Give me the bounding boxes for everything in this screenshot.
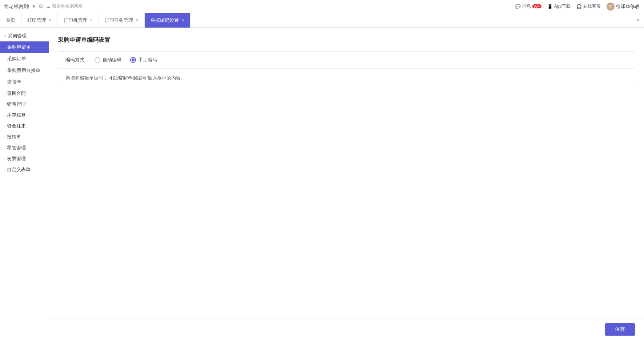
coding-section: 编码方式 自动编码 手工编码 新增和编辑单据时，可以编辑'单据编号'输入框中的内… (58, 51, 635, 88)
sidebar-group-contract-header[interactable]: › 项目合同 (0, 88, 49, 99)
radio-group: 自动编码 手工编码 (95, 57, 157, 63)
sidebar-group-fund-header[interactable]: › 资金往来 (0, 121, 49, 131)
tab-printer-mgmt-close[interactable]: × (90, 18, 93, 23)
sidebar-item-purchase-request[interactable]: 采购申请单 (0, 41, 49, 53)
sidebar-group-custom-label: 自定义表单 (7, 166, 31, 173)
tab-printer-mgmt[interactable]: 打印机管理 × (58, 13, 99, 28)
tab-print-mgmt-close[interactable]: × (49, 18, 52, 23)
sidebar-group-expense: › 报销单 (0, 131, 49, 142)
sidebar-group-retail: › 零售管理 (0, 142, 49, 153)
tab-bar: 首页 打印管理 × 打印机管理 × 打印任务管理 × 单据编码设置 × × (0, 13, 644, 28)
sidebar-group-purchase: ▾ 采购管理 采购申请单 采购订单 采购费用分摊单 进货单 (0, 31, 49, 88)
user-profile[interactable]: 徐 徐泽华修改 (607, 3, 640, 11)
chevron-down-icon: ▾ (4, 34, 6, 38)
sidebar-group-sales-header[interactable]: › 销售管理 (0, 99, 49, 110)
coding-row: 编码方式 自动编码 手工编码 (58, 52, 635, 69)
message-button[interactable]: 💬 消息 99+ (515, 3, 541, 9)
sidebar-group-invoice-header[interactable]: › 发票管理 (0, 153, 49, 164)
message-icon: 💬 (515, 4, 521, 9)
radio-manual-code[interactable]: 手工编码 (130, 57, 157, 63)
sidebar-item-purchase-order[interactable]: 采购订单 (0, 53, 49, 65)
main-close-button[interactable]: × (632, 13, 644, 28)
page-title: 采购申请单编码设置 (58, 36, 635, 44)
footer-bar: 保存 (49, 319, 644, 340)
tab-barcode-setting[interactable]: 单据编码设置 × (145, 13, 191, 28)
sidebar-group-custom: › 自定义表单 (0, 164, 49, 175)
settings-icon[interactable]: ⚙ (38, 3, 43, 10)
content-area: 采购申请单编码设置 编码方式 自动编码 手工编码 (49, 28, 644, 340)
sidebar-group-retail-header[interactable]: › 零售管理 (0, 142, 49, 153)
search-text: 我要看实例演示 (52, 3, 83, 9)
sidebar-group-expense-label: 报销单 (7, 134, 21, 140)
sidebar-group-retail-label: 零售管理 (7, 145, 26, 151)
radio-auto-code[interactable]: 自动编码 (95, 57, 121, 63)
sidebar-group-contract-label: 项目合同 (7, 90, 26, 97)
message-label: 消息 (522, 3, 531, 9)
app-download-label: App下载 (554, 3, 571, 9)
message-badge: 99+ (532, 4, 541, 8)
auto-code-label: 自动编码 (103, 57, 121, 63)
app-download-button[interactable]: 📱 App下载 (547, 3, 571, 9)
user-name: 徐泽华修改 (616, 3, 640, 10)
tab-print-task-close[interactable]: × (136, 18, 139, 23)
sidebar-group-expense-header[interactable]: › 报销单 (0, 131, 49, 142)
sidebar-group-sales: › 销售管理 (0, 99, 49, 110)
avatar: 徐 (607, 3, 615, 11)
sidebar-group-inventory: › 库存核算 (0, 110, 49, 121)
chevron-right-icon2: › (4, 102, 5, 106)
tab-print-task[interactable]: 打印任务管理 × (99, 13, 145, 28)
sidebar-group-fund-label: 资金往来 (7, 123, 26, 129)
coding-label: 编码方式 (65, 57, 95, 63)
headset-icon: 🎧 (576, 4, 582, 9)
main-layout: ▾ 采购管理 采购申请单 采购订单 采购费用分摊单 进货单 › 项目合同 (0, 28, 644, 340)
download-icon: 📱 (547, 4, 553, 9)
tab-print-mgmt-label: 打印管理 (27, 17, 46, 24)
tab-barcode-setting-close[interactable]: × (182, 18, 184, 23)
tab-print-mgmt[interactable]: 打印管理 × (21, 13, 58, 28)
top-bar-right: 💬 消息 99+ 📱 App下载 🎧 在线客服 徐 徐泽华修改 (515, 3, 640, 11)
sidebar-group-inventory-label: 库存核算 (7, 112, 26, 118)
chevron-right-icon4: › (4, 124, 5, 128)
tab-home-label: 首页 (6, 17, 15, 24)
sidebar-item-purchase-cost[interactable]: 采购费用分摊单 (0, 65, 49, 76)
chevron-right-icon8: › (4, 168, 5, 172)
dropdown-icon[interactable]: ▾ (32, 3, 35, 10)
top-bar: 给老板勿删! ▾ ⚙ ☁ 我要看实例演示 💬 消息 99+ 📱 App下载 🎧 … (0, 0, 644, 13)
save-button[interactable]: 保存 (605, 323, 635, 336)
sidebar: ▾ 采购管理 采购申请单 采购订单 采购费用分摊单 进货单 › 项目合同 (0, 28, 49, 340)
sidebar-group-purchase-label: 采购管理 (8, 33, 27, 39)
sidebar-group-custom-header[interactable]: › 自定义表单 (0, 164, 49, 175)
chevron-right-icon5: › (4, 135, 5, 139)
sidebar-group-contract: › 项目合同 (0, 88, 49, 99)
sidebar-item-goods-receipt[interactable]: 进货单 (0, 76, 49, 88)
online-service-button[interactable]: 🎧 在线客服 (576, 3, 601, 9)
search-bar[interactable]: ☁ 我要看实例演示 (46, 3, 83, 9)
tab-barcode-setting-label: 单据编码设置 (151, 17, 179, 24)
brand-label: 给老板勿删! (4, 3, 29, 10)
manual-code-label: 手工编码 (138, 57, 157, 63)
radio-manual-circle (130, 57, 136, 63)
tab-printer-mgmt-label: 打印机管理 (64, 17, 87, 24)
sidebar-group-purchase-header[interactable]: ▾ 采购管理 (0, 31, 49, 41)
radio-auto-circle (95, 57, 100, 63)
sidebar-group-inventory-header[interactable]: › 库存核算 (0, 110, 49, 121)
sidebar-group-sales-label: 销售管理 (7, 101, 26, 108)
sidebar-group-fund: › 资金往来 (0, 121, 49, 131)
sidebar-group-invoice-label: 发票管理 (7, 155, 26, 162)
sidebar-group-invoice: › 发票管理 (0, 153, 49, 164)
content-inner: 采购申请单编码设置 编码方式 自动编码 手工编码 (49, 28, 644, 319)
chevron-right-icon6: › (4, 146, 5, 150)
chevron-right-icon7: › (4, 157, 5, 161)
chevron-right-icon: › (4, 92, 5, 96)
tab-print-task-label: 打印任务管理 (105, 17, 133, 24)
top-bar-left: 给老板勿删! ▾ ⚙ ☁ 我要看实例演示 (4, 3, 83, 10)
online-service-label: 在线客服 (583, 3, 601, 9)
info-text: 新增和编辑单据时，可以编辑'单据编号'输入框中的内容。 (58, 69, 635, 88)
chevron-right-icon3: › (4, 113, 5, 117)
tab-home[interactable]: 首页 (0, 13, 21, 28)
